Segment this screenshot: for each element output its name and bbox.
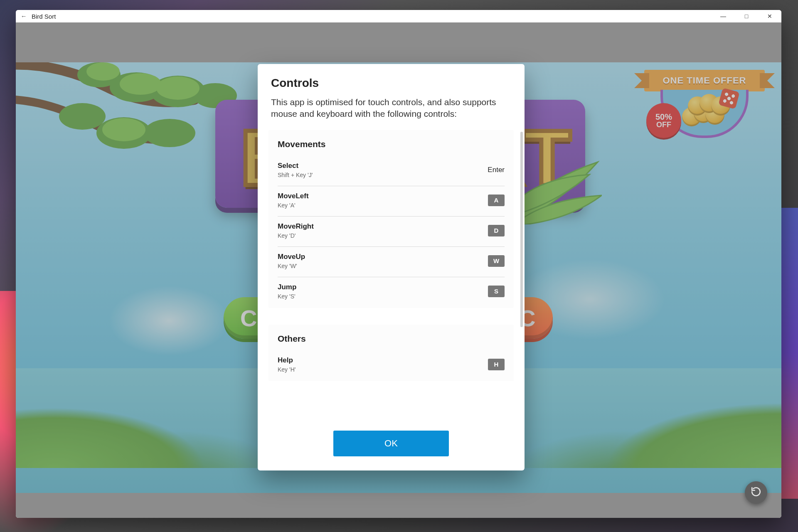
control-row: Help Key 'H' H [278,350,505,379]
section-movements: Movements Select Shift + Key 'J' Enter M… [268,130,514,308]
letterbox-top [16,22,781,62]
section-others: Others Help Key 'H' H [268,325,514,381]
control-subkey: Key 'A' [278,202,309,209]
refresh-icon [751,486,761,499]
controls-dialog: Controls This app is optimised for touch… [258,64,525,470]
section-heading: Movements [278,139,505,149]
section-heading: Others [278,334,505,344]
dialog-body[interactable]: Movements Select Shift + Key 'J' Enter M… [258,124,525,421]
refresh-fab[interactable] [745,481,767,504]
titlebar: ← Bird Sort — □ ✕ [16,10,781,23]
control-subkey: Key 'S' [278,293,296,300]
control-subkey: Key 'H' [278,366,296,373]
control-name: Help [278,356,296,365]
key-display: S [488,286,505,297]
minimize-button[interactable]: — [712,10,735,22]
control-row: Select Shift + Key 'J' Enter [278,156,505,186]
control-row: Jump Key 'S' S [278,277,505,305]
control-name: Select [278,162,313,170]
letterbox-bottom [16,493,781,518]
control-row: MoveUp Key 'W' W [278,247,505,277]
window-title: Bird Sort [32,13,56,20]
control-row: MoveRight Key 'D' D [278,217,505,247]
control-name: MoveRight [278,222,314,231]
key-display: A [488,195,505,206]
app-window: ← Bird Sort — □ ✕ [16,10,781,518]
back-button[interactable]: ← [16,10,32,22]
scrollbar-thumb[interactable] [520,132,523,327]
control-subkey: Key 'D' [278,232,314,239]
ok-button[interactable]: OK [333,431,449,456]
dialog-title: Controls [271,76,511,90]
control-subkey: Key 'W' [278,263,305,269]
control-name: MoveUp [278,253,305,261]
maximize-button[interactable]: □ [735,10,758,22]
control-row: MoveLeft Key 'A' A [278,186,505,217]
control-name: Jump [278,283,296,291]
key-display: W [488,255,505,267]
dialog-subtitle: This app is optimised for touch controls… [271,96,511,120]
key-display: H [488,359,505,370]
close-button[interactable]: ✕ [758,10,781,22]
control-subkey: Shift + Key 'J' [278,172,313,178]
key-display: Enter [488,166,505,174]
control-name: MoveLeft [278,192,309,200]
key-display: D [488,225,505,236]
